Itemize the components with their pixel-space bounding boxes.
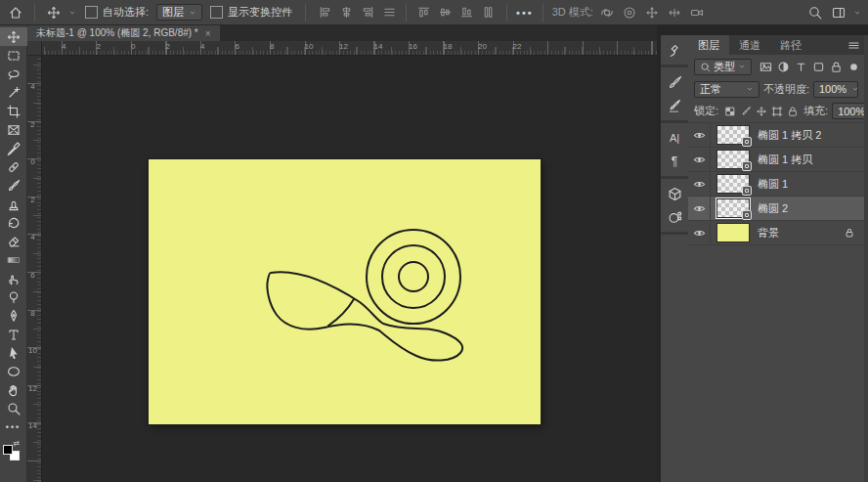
align-left-icon[interactable] <box>315 3 334 22</box>
layer-row-背景[interactable]: 背景 <box>688 221 864 245</box>
document-tab[interactable]: 未标题-1 @ 100% (椭圆 2, RGB/8#) * × <box>27 25 220 41</box>
pen-tool-icon[interactable] <box>0 306 27 325</box>
layer-visibility-eye-icon[interactable] <box>688 221 711 244</box>
layer-thumbnail[interactable] <box>716 125 750 145</box>
layer-name[interactable]: 椭圆 1 拷贝 <box>758 153 864 167</box>
properties-panel-icon[interactable] <box>661 205 688 229</box>
layer-name[interactable]: 椭圆 1 <box>758 177 864 192</box>
zoom-tool-icon[interactable] <box>0 399 27 417</box>
document-viewport[interactable]: 420246810121416182022 4202468101214 <box>27 41 657 482</box>
3d-pan-icon[interactable] <box>642 3 662 22</box>
healing-tool-icon[interactable] <box>0 157 27 176</box>
pixel-filter-icon[interactable] <box>758 59 773 74</box>
more-options-ellipsis[interactable]: ••• <box>516 7 534 19</box>
eraser-tool-icon[interactable] <box>0 232 27 250</box>
lock-transparency-icon[interactable] <box>722 104 737 118</box>
brush-tool-icon[interactable] <box>0 176 27 195</box>
marquee-tool-icon[interactable] <box>0 46 27 65</box>
type-filter-icon[interactable] <box>793 59 808 74</box>
hand-tool-icon[interactable] <box>0 380 27 399</box>
dodge-tool-icon[interactable] <box>0 287 27 306</box>
gradient-tool-icon[interactable] <box>0 250 27 269</box>
filter-type-dropdown[interactable]: 类型 <box>694 59 752 75</box>
brushes-panel-icon[interactable] <box>661 94 688 117</box>
layer-thumbnail[interactable] <box>716 174 750 194</box>
layer-visibility-eye-icon[interactable] <box>688 197 711 220</box>
home-icon[interactable] <box>6 3 25 22</box>
opacity-dropdown[interactable]: 100% <box>813 81 858 98</box>
smart-object-filter-icon[interactable] <box>828 59 844 74</box>
panel-scroll-edge[interactable] <box>864 35 868 482</box>
fill-dropdown[interactable]: 100% <box>832 103 868 119</box>
blend-mode-dropdown[interactable]: 正常 <box>694 81 760 98</box>
type-tool-icon[interactable] <box>0 325 27 343</box>
lock-artboard-icon[interactable] <box>769 104 784 118</box>
align-h-center-icon[interactable] <box>336 3 356 22</box>
brush-settings-panel-icon[interactable] <box>661 70 688 94</box>
layer-row-椭圆 1 拷贝[interactable]: 椭圆 1 拷贝 <box>688 148 864 172</box>
close-tab-icon[interactable]: × <box>205 28 211 39</box>
eyedropper-tool-icon[interactable] <box>0 139 27 157</box>
move-tool-preset-icon[interactable] <box>44 3 64 22</box>
distribute-v-icon[interactable] <box>478 3 498 22</box>
lock-position-icon[interactable] <box>754 104 768 118</box>
auto-select-target-dropdown[interactable]: 图层 <box>156 4 202 21</box>
toolbar-ellipsis[interactable]: ••• <box>0 417 27 436</box>
tool-preset-caret-icon[interactable] <box>67 3 77 22</box>
foreground-color-swatch[interactable] <box>3 445 13 455</box>
paragraph-panel-icon[interactable]: ¶ <box>661 150 688 173</box>
panel-tab-路径[interactable]: 路径 <box>770 35 811 55</box>
3d-slide-icon[interactable] <box>665 3 684 22</box>
layer-visibility-eye-icon[interactable] <box>688 123 711 147</box>
layer-row-椭圆 2[interactable]: 椭圆 2 <box>688 197 864 221</box>
lock-all-icon[interactable] <box>785 104 800 118</box>
panel-menu-icon[interactable] <box>847 39 860 52</box>
distribute-h-icon[interactable] <box>379 3 399 22</box>
layer-name[interactable]: 椭圆 2 <box>758 201 864 216</box>
3d-orbit-icon[interactable] <box>597 3 617 22</box>
move-tool-icon[interactable] <box>0 27 27 46</box>
align-top-icon[interactable] <box>413 3 433 22</box>
layer-row-椭圆 1[interactable]: 椭圆 1 <box>688 172 864 197</box>
filter-toggle-icon[interactable] <box>846 59 861 74</box>
panel-tab-图层[interactable]: 图层 <box>688 35 729 55</box>
crop-tool-icon[interactable] <box>0 102 27 120</box>
color-swatches[interactable]: ⇄ <box>3 439 24 460</box>
quick-select-tool-icon[interactable] <box>0 83 27 102</box>
lasso-tool-icon[interactable] <box>0 65 27 83</box>
search-icon[interactable] <box>805 3 825 22</box>
document-title: 未标题-1 @ 100% (椭圆 2, RGB/8#) * <box>36 26 198 40</box>
3d-roll-icon[interactable] <box>620 3 639 22</box>
3d-camera-icon[interactable] <box>687 3 707 22</box>
character-panel-icon[interactable]: A| <box>661 126 688 150</box>
layer-thumbnail[interactable] <box>716 223 750 242</box>
layer-row-椭圆 1 拷贝 2[interactable]: 椭圆 1 拷贝 2 <box>688 123 864 148</box>
history-panel-icon[interactable] <box>661 38 688 62</box>
panel-tab-通道[interactable]: 通道 <box>729 35 770 55</box>
adjustment-filter-icon[interactable] <box>775 59 791 74</box>
auto-select-checkbox[interactable] <box>85 6 98 19</box>
layer-thumbnail[interactable] <box>716 150 750 169</box>
layer-name[interactable]: 背景 <box>758 226 844 241</box>
path-select-tool-icon[interactable] <box>0 343 27 362</box>
workspace-switcher-icon[interactable] <box>829 3 848 22</box>
workspace-caret-icon[interactable] <box>852 3 862 22</box>
align-bottom-icon[interactable] <box>456 3 476 22</box>
ellipse-tool-icon[interactable] <box>0 362 27 380</box>
shape-filter-icon[interactable] <box>810 59 826 74</box>
show-transform-checkbox[interactable] <box>210 6 223 19</box>
smudge-tool-icon[interactable] <box>0 269 27 287</box>
history-brush-tool-icon[interactable] <box>0 213 27 232</box>
layer-name[interactable]: 椭圆 1 拷贝 2 <box>758 128 864 143</box>
frame-tool-icon[interactable] <box>0 120 27 139</box>
align-right-icon[interactable] <box>358 3 377 22</box>
layer-visibility-eye-icon[interactable] <box>688 172 711 196</box>
align-v-center-icon[interactable] <box>435 3 455 22</box>
swap-colors-icon[interactable]: ⇄ <box>14 439 21 448</box>
clone-stamp-tool-icon[interactable] <box>0 195 27 213</box>
lock-pixels-icon[interactable] <box>738 104 753 118</box>
canvas[interactable] <box>149 159 541 424</box>
layer-visibility-eye-icon[interactable] <box>688 148 711 171</box>
3d-panel-panel-icon[interactable] <box>661 182 688 205</box>
layer-thumbnail[interactable] <box>716 198 750 218</box>
